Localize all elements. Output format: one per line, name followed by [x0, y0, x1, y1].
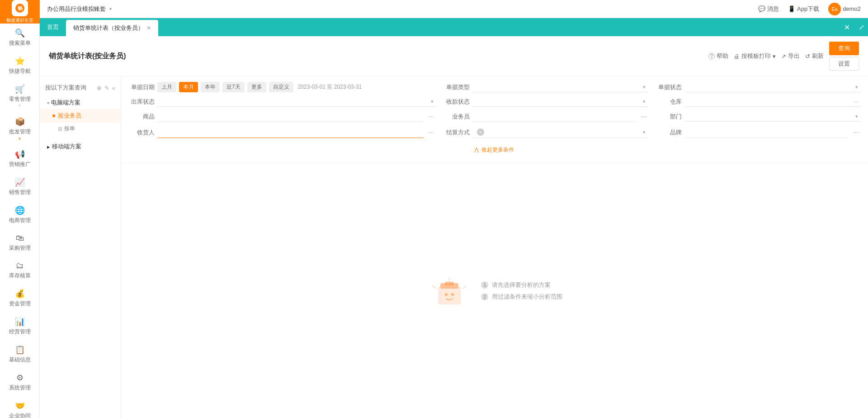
- tab-maximize-icon[interactable]: ⤢: [855, 24, 868, 31]
- lp-collapse-icon[interactable]: «: [112, 85, 115, 91]
- app-download-button[interactable]: 📱 App下载: [788, 5, 819, 13]
- sidebar-item-operations[interactable]: 📊 经营管理: [0, 312, 40, 340]
- sidebar-item-sales[interactable]: 📈 销售管理: [0, 173, 40, 201]
- sidebar: 畅 畅捷通好生意 🔍 搜索菜单 ⭐ 快捷导航 🛒 零售管理 ▾ 📦 批发管理 ▴…: [0, 0, 40, 418]
- sales-icon: 📈: [15, 177, 25, 187]
- export-button[interactable]: ↗ 导出: [781, 52, 800, 60]
- lp-item-by-staff[interactable]: 按业务员: [40, 109, 121, 123]
- date-btn-this-year[interactable]: 本年: [201, 82, 220, 92]
- dept-label: 部门: [656, 113, 682, 121]
- user-menu[interactable]: Ea demo2: [828, 3, 861, 15]
- date-btn-last-month[interactable]: 上月: [157, 82, 176, 92]
- sidebar-item-finance[interactable]: 💰 资金管理: [0, 284, 40, 312]
- logo-icon: 畅: [12, 0, 28, 16]
- search-icon: 🔍: [15, 28, 25, 38]
- sidebar-item-enterprise[interactable]: 🤝 企业协同: [0, 396, 40, 418]
- status-select[interactable]: ▾: [684, 82, 861, 92]
- logo-text: 畅捷通好生意: [6, 17, 33, 24]
- receipt-status-label: 收款状态: [443, 98, 470, 106]
- date-btn-custom[interactable]: 自定义: [269, 82, 293, 92]
- filter-cell-receipt-status: 收款状态 ▾: [443, 97, 649, 107]
- refresh-icon: ↺: [805, 53, 810, 60]
- active-dot-icon: [52, 114, 55, 117]
- out-status-label: 出库状态: [128, 98, 155, 106]
- filter-cell-receiver: 收货人 ···: [128, 127, 436, 138]
- svg-line-7: [433, 285, 436, 289]
- brand-input[interactable]: [684, 127, 848, 138]
- tab-window-close-icon[interactable]: ✕: [839, 23, 855, 32]
- status-select-arrow: ▾: [855, 84, 858, 90]
- svg-line-8: [463, 285, 466, 289]
- brand-dots[interactable]: ···: [851, 128, 861, 137]
- filter-cell-payment: 结算方式 × ▾: [443, 127, 649, 138]
- svg-point-5: [445, 293, 448, 296]
- hint-1: 1 请先选择要分析的方案: [481, 279, 562, 291]
- sidebar-item-ecommerce[interactable]: 🌐 电商管理: [0, 201, 40, 229]
- tabbar: 首页 销货单统计表（按业务员） ✕ ✕ ⤢: [40, 18, 868, 36]
- marketing-icon: 📢: [15, 149, 25, 159]
- staff-input[interactable]: [472, 111, 636, 122]
- payment-select[interactable]: × ▾: [472, 127, 649, 138]
- lp-item-by-order-label: 按单: [64, 125, 75, 133]
- out-status-arrow: ▾: [431, 99, 434, 104]
- warehouse-label: 仓库: [656, 98, 682, 106]
- sidebar-item-basic-info[interactable]: 📋 基础信息: [0, 340, 40, 368]
- sidebar-item-system[interactable]: ⚙ 系统管理: [0, 368, 40, 396]
- sidebar-logo[interactable]: 畅 畅捷通好生意: [0, 0, 40, 24]
- lp-section-mobile-label: 移动端方案: [52, 142, 81, 151]
- date-btn-more[interactable]: 更多: [247, 82, 266, 92]
- sidebar-item-retail[interactable]: 🛒 零售管理 ▾: [0, 80, 40, 112]
- message-button[interactable]: 💬 消息: [758, 5, 779, 13]
- lp-item-by-order[interactable]: ⊞ 按单: [40, 123, 121, 135]
- date-label: 单据日期: [128, 83, 155, 91]
- type-select[interactable]: ▾: [472, 82, 649, 92]
- receiver-label: 收货人: [128, 128, 155, 137]
- print-template-button[interactable]: 🖨 按模板打印 ▾: [734, 52, 776, 60]
- sidebar-item-wholesale[interactable]: 📦 批发管理 ▴: [0, 112, 40, 145]
- print-icon: 🖨: [734, 53, 740, 60]
- user-avatar: Ea: [828, 3, 841, 15]
- sidebar-item-inventory[interactable]: 🗂 库存核算: [0, 256, 40, 284]
- lp-section-arrow: ▾: [47, 100, 49, 105]
- out-status-select[interactable]: ▾: [157, 97, 436, 107]
- goods-dots[interactable]: ···: [426, 113, 436, 121]
- refresh-button[interactable]: ↺ 刷新: [805, 52, 824, 60]
- receiver-dots[interactable]: ···: [426, 128, 436, 137]
- lp-section-mobile-header[interactable]: ▸ 移动端方案: [40, 140, 121, 153]
- sidebar-item-quick-nav[interactable]: ⭐ 快捷导航: [0, 52, 40, 80]
- goods-input[interactable]: [157, 111, 424, 122]
- tab-sales-stat-label: 销货单统计表（按业务员）: [73, 24, 144, 32]
- query-button[interactable]: 查询: [829, 42, 859, 55]
- tab-home[interactable]: 首页: [40, 18, 66, 36]
- collapse-bar[interactable]: ⋀ 收起更多条件: [128, 142, 861, 157]
- topbar-dropdown-icon[interactable]: ▾: [109, 6, 112, 11]
- staff-dots[interactable]: ···: [639, 113, 648, 121]
- left-panel-title: 按以下方案查询 ⊕ ✎ «: [40, 81, 121, 95]
- lp-add-icon[interactable]: ⊕: [97, 85, 102, 91]
- type-select-arrow: ▾: [643, 84, 646, 90]
- enterprise-icon: 🤝: [15, 401, 25, 411]
- dept-select[interactable]: ▾: [684, 112, 861, 122]
- main-panel: 按以下方案查询 ⊕ ✎ « ▾ 电脑端方案 按业务员: [40, 76, 868, 418]
- payment-label: 结算方式: [443, 128, 470, 137]
- tab-close-icon[interactable]: ✕: [146, 25, 151, 31]
- date-btn-7days[interactable]: 近7天: [222, 82, 245, 92]
- tab-sales-stat[interactable]: 销货单统计表（按业务员） ✕: [66, 20, 158, 36]
- receiver-input[interactable]: [157, 127, 424, 138]
- sidebar-item-search[interactable]: 🔍 搜索菜单: [0, 24, 40, 52]
- sidebar-item-marketing[interactable]: 📢 营销推广: [0, 145, 40, 173]
- settings-button[interactable]: 设置: [829, 57, 859, 71]
- warehouse-select[interactable]: ···: [684, 97, 861, 107]
- system-icon: ⚙: [16, 373, 24, 383]
- lp-section-desktop-header[interactable]: ▾ 电脑端方案: [40, 96, 121, 109]
- receipt-status-select[interactable]: ▾: [472, 97, 649, 107]
- help-button[interactable]: ? 帮助: [708, 52, 728, 60]
- lp-edit-icon[interactable]: ✎: [104, 85, 109, 91]
- filter-cell-out-status: 出库状态 ▾: [128, 97, 436, 107]
- finance-icon: 💰: [15, 289, 25, 299]
- payment-tag-close[interactable]: ×: [477, 128, 484, 136]
- sidebar-item-purchase[interactable]: 🛍 采购管理: [0, 229, 40, 256]
- date-btn-this-month[interactable]: 本月: [179, 82, 198, 92]
- wholesale-icon: 📦: [15, 117, 25, 127]
- filter-area: 单据日期 上月 本月 本年 近7天 更多 自定义 2023-03-01 至 20…: [121, 76, 868, 163]
